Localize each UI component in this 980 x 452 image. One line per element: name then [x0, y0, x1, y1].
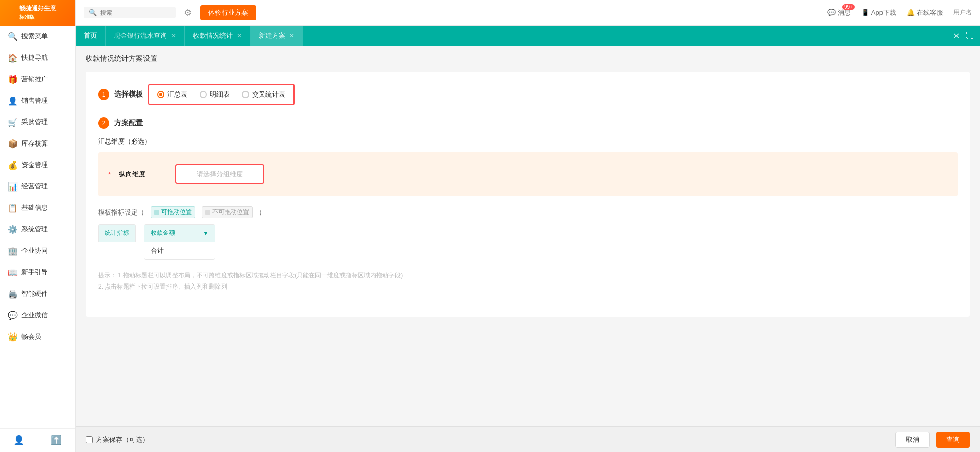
radio-summary-label: 汇总表	[167, 90, 187, 99]
sidebar-item-finance[interactable]: 💰 资金管理	[0, 154, 75, 176]
metrics-col-header[interactable]: 收款金额 ▼	[144, 225, 215, 242]
sidebar-item-label: 新手引导	[21, 268, 48, 277]
step2-section: 2 方案配置 汇总维度（必选） * 纵向维度 —— 请选	[98, 117, 958, 292]
sidebar-item-label: 畅会员	[21, 332, 41, 341]
save-option-label: 方案保存（可选）	[96, 435, 149, 444]
save-option-input[interactable]	[86, 436, 93, 443]
system-icon: ⚙️	[8, 225, 17, 234]
dimension-select[interactable]: 请选择分组维度	[175, 164, 264, 184]
tabbar-actions: ✕ ⛶	[947, 26, 980, 46]
app-download-label: App下载	[871, 8, 896, 17]
sidebar-bottom-upload[interactable]: ⬆️	[51, 435, 62, 446]
non-draggable-label: 不可拖动位置	[212, 208, 249, 217]
dropdown-icon[interactable]: ▼	[203, 230, 209, 237]
tip-2: 2. 点击标题栏下拉可设置排序、插入列和删除列	[98, 281, 958, 293]
metrics-layout: 统计指标 收款金额 ▼ 合计	[98, 224, 958, 260]
footer-actions: 取消 查询	[895, 432, 970, 448]
step1-label: 选择模板	[114, 90, 143, 99]
metrics-col-row: 合计	[144, 242, 215, 259]
metrics-col-header-text: 收款金额	[151, 229, 175, 237]
tabbar: 首页 现金银行流水查询 ✕ 收款情况统计 ✕ 新建方案 ✕ ✕ ⛶	[76, 26, 980, 46]
cancel-button[interactable]: 取消	[895, 432, 930, 448]
sidebar-item-sales[interactable]: 👤 销售管理	[0, 90, 75, 111]
finance-icon: 💰	[8, 160, 17, 170]
radio-cross[interactable]: 交叉统计表	[242, 90, 285, 99]
tips-section: 提示： 1.拖动标题栏可以调整布局，不可跨维度或指标区域拖动栏目字段(只能在同一…	[98, 270, 958, 292]
tab-collection-stats[interactable]: 收款情况统计 ✕	[185, 26, 251, 46]
tab-home[interactable]: 首页	[76, 26, 106, 46]
expand-icon[interactable]: ⛶	[966, 31, 974, 40]
message-count: 99+	[842, 4, 855, 10]
sidebar-item-enterprise-wechat[interactable]: 💬 企业微信	[0, 304, 75, 326]
online-service-btn[interactable]: 🔔 在线客服	[906, 8, 943, 17]
app-download-btn[interactable]: 📱 App下载	[861, 8, 896, 17]
radio-summary[interactable]: 汇总表	[157, 90, 187, 99]
sidebar-item-purchase[interactable]: 🛒 采购管理	[0, 111, 75, 133]
step2-num: 2	[98, 117, 109, 129]
app-edition: 标准版	[19, 14, 56, 21]
sidebar-item-marketing[interactable]: 🎁 营销推广	[0, 68, 75, 90]
tab-collection-stats-close[interactable]: ✕	[237, 32, 242, 39]
tab-bank-flow-label: 现金银行流水查询	[114, 31, 167, 40]
vip-icon: 👑	[8, 332, 17, 341]
sidebar-item-label: 企业微信	[21, 311, 48, 320]
sidebar-item-basic-info[interactable]: 📋 基础信息	[0, 197, 75, 219]
tab-collection-stats-label: 收款情况统计	[193, 31, 233, 40]
dimension-area: * 纵向维度 —— 请选择分组维度	[98, 152, 958, 196]
sidebar-bottom: 👤 ⬆️	[0, 428, 75, 452]
sidebar-bottom-user[interactable]: 👤	[13, 435, 24, 446]
topbar-search-box[interactable]: 🔍	[84, 7, 176, 18]
metrics-section-label: 模板指标设定（	[98, 208, 144, 217]
trial-btn[interactable]: 体验行业方案	[200, 5, 256, 20]
download-icon: 📱	[861, 9, 869, 16]
app-logo: 畅捷通好生意 标准版	[0, 0, 75, 26]
close-all-icon[interactable]: ✕	[953, 31, 960, 41]
sidebar-item-system[interactable]: ⚙️ 系统管理	[0, 219, 75, 240]
dimension-config: 汇总维度（必选） * 纵向维度 —— 请选择分组维度	[98, 137, 958, 292]
query-button[interactable]: 查询	[936, 432, 970, 448]
basic-info-icon: 📋	[8, 203, 17, 212]
sidebar-item-smart-hw[interactable]: 🖨️ 智能硬件	[0, 283, 75, 304]
search-icon: 🔍	[89, 9, 97, 16]
online-service-label: 在线客服	[917, 8, 943, 17]
tab-new-plan[interactable]: 新建方案 ✕	[251, 26, 303, 46]
draggable-tag: 可拖动位置	[151, 206, 195, 218]
sidebar-item-vip[interactable]: 👑 畅会员	[0, 326, 75, 347]
radio-summary-btn[interactable]	[157, 91, 164, 98]
radio-cross-btn[interactable]	[242, 91, 249, 98]
metrics-table: 收款金额 ▼ 合计	[144, 224, 215, 260]
user-name: 用户名	[953, 8, 972, 17]
sidebar-item-label: 采购管理	[21, 117, 48, 127]
sidebar-item-operation[interactable]: 📊 经营管理	[0, 176, 75, 197]
step1-section: 1 选择模板 汇总表 明细表	[98, 84, 958, 105]
message-badge[interactable]: 💬 消息 99+	[827, 8, 851, 17]
purchase-icon: 🛒	[8, 117, 17, 127]
sidebar-item-label: 库存核算	[21, 139, 48, 148]
message-icon: 💬	[827, 9, 836, 16]
service-icon: 🔔	[906, 9, 915, 16]
tab-bank-flow[interactable]: 现金银行流水查询 ✕	[106, 26, 185, 46]
sidebar-item-search-menu[interactable]: 🔍 搜索菜单	[0, 26, 75, 47]
save-option-checkbox[interactable]: 方案保存（可选）	[86, 435, 149, 444]
non-draggable-tag: 不可拖动位置	[202, 206, 253, 218]
footer-bar: 方案保存（可选） 取消 查询	[76, 426, 980, 452]
sidebar-item-inventory[interactable]: 📦 库存核算	[0, 133, 75, 154]
search-input[interactable]	[100, 9, 161, 16]
enterprise-coop-icon: 🏢	[8, 246, 17, 255]
vertical-dimension-label: 纵向维度	[119, 170, 145, 179]
radio-detail[interactable]: 明细表	[200, 90, 230, 99]
tab-bank-flow-close[interactable]: ✕	[171, 32, 176, 39]
sidebar-item-label: 销售管理	[21, 96, 48, 105]
breadcrumb: 收款情况统计方案设置	[86, 54, 970, 63]
sidebar-item-enterprise-coop[interactable]: 🏢 企业协同	[0, 240, 75, 261]
draggable-label: 可拖动位置	[161, 208, 192, 217]
operation-icon: 📊	[8, 182, 17, 191]
radio-detail-btn[interactable]	[200, 91, 207, 98]
tab-new-plan-close[interactable]: ✕	[289, 32, 295, 39]
step1-header: 1 选择模板 汇总表 明细表	[98, 84, 958, 105]
sidebar-item-newbie[interactable]: 📖 新手引导	[0, 261, 75, 283]
settings-icon[interactable]: ⚙	[184, 7, 192, 18]
step2-header: 2 方案配置	[98, 117, 958, 129]
sidebar-item-quick-nav[interactable]: 🏠 快捷导航	[0, 47, 75, 68]
newbie-icon: 📖	[8, 268, 17, 277]
